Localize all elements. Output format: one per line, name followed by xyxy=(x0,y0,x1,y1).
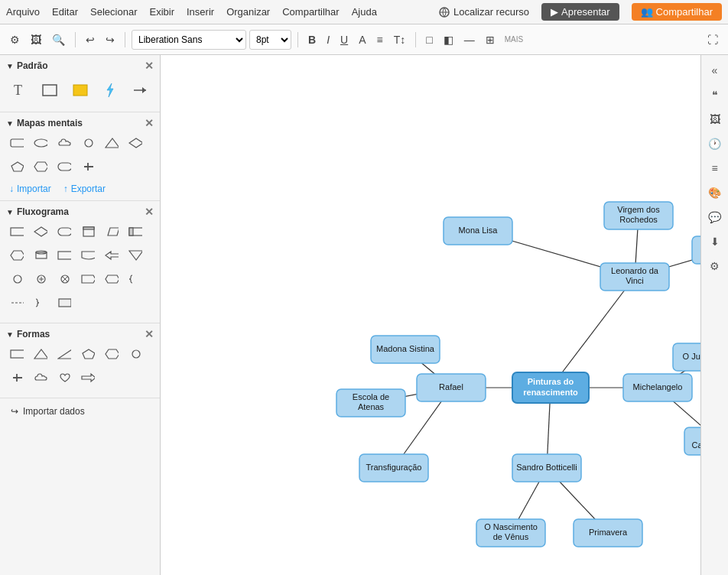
section-header-formas[interactable]: ▼Formas ✕ xyxy=(6,328,154,340)
fluxo-brace2[interactable] xyxy=(30,294,51,315)
fluxo-arrow-left[interactable] xyxy=(101,246,122,268)
fluxo-rect2[interactable] xyxy=(77,223,99,244)
fluxo-pentagon2[interactable] xyxy=(77,270,99,291)
fluxo-circle-plus[interactable] xyxy=(30,270,51,291)
close-fluxo[interactable]: ✕ xyxy=(145,206,154,218)
fluxo-parallelogram[interactable] xyxy=(101,223,122,244)
svg-marker-39 xyxy=(83,349,95,359)
fluxo-stadium[interactable] xyxy=(54,223,75,244)
forma-hex[interactable] xyxy=(101,345,122,366)
menu-editar[interactable]: Editar xyxy=(52,6,78,18)
rp-collapse[interactable]: « xyxy=(704,60,726,81)
rp-layers[interactable]: ≡ xyxy=(704,158,726,179)
shape-circle[interactable] xyxy=(77,134,99,155)
font-color-button[interactable]: A xyxy=(355,31,369,48)
menu-organizar[interactable]: Organizar xyxy=(226,6,270,18)
extra-button[interactable]: ⊞ xyxy=(482,31,499,48)
italic-button[interactable]: I xyxy=(323,31,333,48)
apresentar-button[interactable]: ▶ Apresentar xyxy=(541,3,619,21)
fluxo-rect[interactable] xyxy=(6,223,28,244)
fullscreen-button[interactable]: ⛶ xyxy=(704,31,722,48)
fill-button[interactable]: ◧ xyxy=(440,31,457,48)
undo-button[interactable]: ↩ xyxy=(82,31,99,48)
fluxo-rect3[interactable] xyxy=(125,223,146,244)
shape-diamond[interactable] xyxy=(125,134,146,155)
fluxo-doc[interactable] xyxy=(77,246,99,268)
shape-triangle[interactable] xyxy=(101,134,122,155)
fluxo-dash[interactable] xyxy=(6,294,28,315)
shape-plus[interactable] xyxy=(77,158,99,179)
rp-color[interactable]: 🎨 xyxy=(704,182,726,203)
shape-rect-r[interactable] xyxy=(6,134,28,155)
menu-compartilhar[interactable]: Compartilhar xyxy=(282,6,339,18)
rp-settings[interactable]: ⚙ xyxy=(704,255,726,277)
text-format-button[interactable]: T↕ xyxy=(390,31,410,48)
import-data-button[interactable]: ↪ Importar dados xyxy=(6,403,154,420)
redo-button[interactable]: ↪ xyxy=(102,31,119,48)
shape-rounded-rect2[interactable] xyxy=(54,158,75,179)
menu-selecionar[interactable]: Selecionar xyxy=(90,6,137,18)
menu-inserir[interactable]: Inserir xyxy=(187,6,214,18)
shape-hexagon[interactable] xyxy=(30,158,51,179)
svg-text:Capela Sistina: Capela Sistina xyxy=(692,440,700,450)
font-size-select[interactable]: 8pt xyxy=(249,30,291,50)
shape-ellipse[interactable] xyxy=(30,134,51,155)
rp-quote[interactable]: ❝ xyxy=(704,84,726,106)
close-formas[interactable]: ✕ xyxy=(145,328,154,340)
forma-cloud[interactable] xyxy=(30,369,51,390)
close-mapas[interactable]: ✕ xyxy=(145,117,154,129)
menu-arquivo[interactable]: Arquivo xyxy=(6,6,40,18)
rp-chat[interactable]: 💬 xyxy=(704,206,726,228)
compartilhar-top-button[interactable]: 👥 Compartilhar xyxy=(632,3,722,21)
fluxo-rect4[interactable] xyxy=(54,246,75,268)
fluxo-circle2[interactable] xyxy=(6,270,28,291)
fluxo-circle-x[interactable] xyxy=(54,270,75,291)
rp-clock[interactable]: 🕐 xyxy=(704,133,726,154)
underline-button[interactable]: U xyxy=(336,31,352,48)
font-family-select[interactable]: Liberation Sans xyxy=(132,30,246,50)
forma-plus[interactable] xyxy=(6,369,28,390)
forma-arrow[interactable] xyxy=(77,369,99,390)
lightning-shape[interactable] xyxy=(96,76,123,104)
bold-button[interactable]: B xyxy=(304,31,320,48)
fluxo-heptagon[interactable] xyxy=(6,246,28,268)
search-toolbar-icon[interactable]: 🔍 xyxy=(48,31,69,48)
rect-shape[interactable] xyxy=(36,76,63,104)
image-icon[interactable]: 🖼 xyxy=(27,31,45,48)
align-button[interactable]: ≡ xyxy=(372,31,386,48)
fluxo-diamond[interactable] xyxy=(30,223,51,244)
forma-heart[interactable] xyxy=(54,369,75,390)
text-shape[interactable]: T xyxy=(6,76,33,104)
fluxo-drum[interactable] xyxy=(30,246,51,268)
shape-cloud[interactable] xyxy=(54,134,75,155)
localize-button[interactable]: Localizar recurso xyxy=(438,6,529,18)
border-button[interactable]: □ xyxy=(422,31,436,48)
fluxo-shape2[interactable] xyxy=(101,270,122,291)
rp-download[interactable]: ⬇ xyxy=(704,231,726,252)
forma-tri[interactable] xyxy=(30,345,51,366)
fluxo-brace[interactable] xyxy=(125,270,146,291)
importar-button[interactable]: ↓Importar xyxy=(6,182,54,196)
forma-circle[interactable] xyxy=(125,345,146,366)
shape-pentagon[interactable] xyxy=(6,158,28,179)
menu-ajuda[interactable]: Ajuda xyxy=(352,6,377,18)
shapes-icon[interactable]: ⚙ xyxy=(6,31,24,48)
rp-image[interactable]: 🖼 xyxy=(704,109,726,130)
exportar-button[interactable]: ↑Exportar xyxy=(60,182,109,196)
line-color-button[interactable]: — xyxy=(460,31,479,48)
canvas-area[interactable]: Pinturas dorenascimentoLeonardo daVinciM… xyxy=(161,55,700,575)
forma-pent[interactable] xyxy=(77,345,99,366)
section-header-padrao[interactable]: ▼Padrão ✕ xyxy=(6,60,154,72)
section-header-fluxo[interactable]: ▼Fluxograma ✕ xyxy=(6,206,154,218)
fluxo-rect5[interactable] xyxy=(54,294,75,315)
divider-2 xyxy=(125,32,125,47)
menu-exibir[interactable]: Exibir xyxy=(149,6,174,18)
yellow-rect-shape[interactable] xyxy=(67,76,93,104)
section-header-mapas[interactable]: ▼Mapas mentais ✕ xyxy=(6,117,154,129)
forma-rect[interactable] xyxy=(6,345,28,366)
arrow-shape[interactable] xyxy=(127,76,154,104)
svg-rect-15 xyxy=(11,228,24,236)
forma-rtri[interactable] xyxy=(54,345,75,366)
close-padrao[interactable]: ✕ xyxy=(145,60,154,72)
fluxo-tri-down[interactable] xyxy=(125,246,146,268)
